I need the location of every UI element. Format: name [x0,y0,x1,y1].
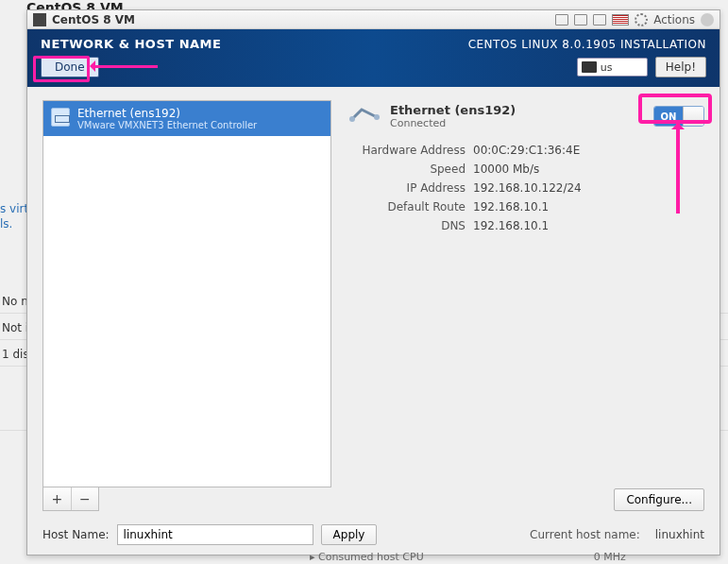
current-hostname-value: linuxhint [655,528,704,541]
page-title: NETWORK & HOST NAME [41,37,221,51]
vm-window: CentOS 8 VM Actions NETWORK & HOST NAME … [26,9,720,555]
ethernet-icon [51,108,70,127]
network-icon [348,100,381,132]
speed-value: 10000 Mb/s [473,162,704,176]
ip-address-value: 192.168.10.122/24 [473,181,704,195]
detail-interface-name: Ethernet (ens192) [390,103,516,117]
interface-item-selected[interactable]: Ethernet (ens192) VMware VMXNET3 Etherne… [43,101,330,136]
ip-address-label: IP Address [352,181,466,195]
annotation-arrow [676,124,680,214]
bg-text: s virt [0,202,28,215]
vm-icon [33,13,46,26]
speed-label: Speed [352,162,466,176]
installation-label: CENTOS LINUX 8.0.1905 INSTALLATION [468,38,706,51]
default-route-label: Default Route [352,200,466,214]
interface-name: Ethernet (ens192) [77,107,257,120]
apply-button[interactable]: Apply [321,524,378,545]
dns-label: DNS [352,219,466,232]
bg-text: ls. [0,217,12,231]
svg-point-0 [349,116,355,122]
svg-point-1 [374,114,380,120]
close-icon[interactable] [701,13,714,26]
configure-button[interactable]: Configure... [614,488,704,511]
help-button[interactable]: Help! [655,57,706,77]
annotation-arrow [92,65,158,68]
interface-list[interactable]: Ethernet (ens192) VMware VMXNET3 Etherne… [42,100,331,487]
toggle-knob [683,107,703,126]
installer-header: NETWORK & HOST NAME CENTOS LINUX 8.0.190… [27,29,720,87]
gear-icon [635,13,648,26]
keyboard-layout-label: us [601,61,613,74]
vm-title: CentOS 8 VM [52,13,135,26]
keyboard-icon [582,61,597,73]
default-route-value: 192.168.10.1 [473,200,704,214]
interface-subtitle: VMware VMXNET3 Ethernet Controller [77,120,257,130]
titlebar-button[interactable] [555,14,568,26]
bg-text: 1 dis [2,348,29,361]
vm-titlebar: CentOS 8 VM Actions [27,10,720,29]
hostname-label: Host Name: [42,528,110,541]
hw-address-label: Hardware Address [352,144,466,157]
bg-text: No n [2,295,28,308]
host-cpu-label: ▸ Consumed host CPU [310,551,424,564]
dns-value: 192.168.10.1 [473,219,704,232]
current-hostname-label: Current host name: [530,528,640,541]
flag-icon [612,14,629,26]
titlebar-button[interactable] [593,14,606,26]
actions-menu[interactable]: Actions [653,13,695,26]
add-interface-button[interactable]: + [43,487,72,510]
hw-address-value: 00:0C:29:C1:36:4E [473,144,704,157]
hostname-input[interactable] [117,524,313,545]
remove-interface-button[interactable]: − [72,487,99,510]
host-cpu-value: 0 MHz [594,551,626,564]
bg-text: Not i [2,321,28,334]
titlebar-button[interactable] [574,14,587,26]
keyboard-layout-selector[interactable]: us [577,58,648,77]
connection-status: Connected [390,117,516,129]
